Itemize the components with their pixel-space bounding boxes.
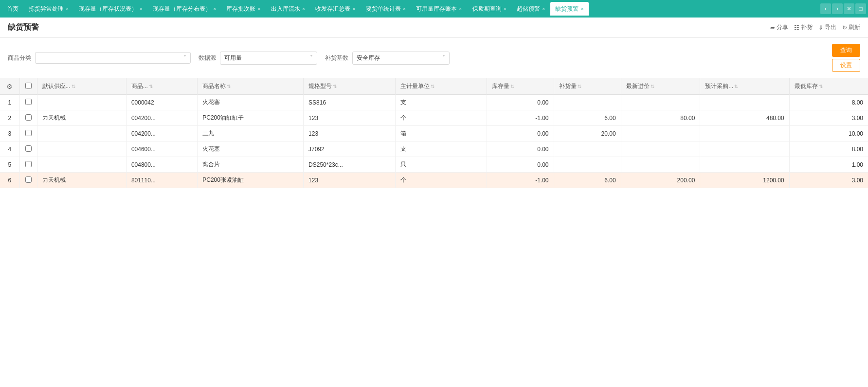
select-all-checkbox[interactable] bbox=[25, 83, 32, 89]
tab-close-icon[interactable]: × bbox=[542, 6, 545, 12]
tab-label: 收发存汇总表 bbox=[315, 5, 350, 13]
th-supplier[interactable]: 默认供应...⇅ bbox=[37, 78, 126, 95]
cell-product_name: PC200张紧油缸 bbox=[198, 173, 304, 188]
row-checkbox[interactable] bbox=[25, 114, 32, 121]
datasource-chevron-icon: ˅ bbox=[310, 54, 313, 61]
th-replenish_qty[interactable]: 补货量⇅ bbox=[554, 78, 621, 95]
row-checkbox[interactable] bbox=[25, 99, 32, 105]
row-checkbox[interactable] bbox=[25, 176, 32, 183]
sort-icon-product_code: ⇅ bbox=[149, 84, 153, 89]
th-product_code[interactable]: 商品...⇅ bbox=[126, 78, 197, 95]
col-label-min_stock: 最低库存 bbox=[795, 82, 818, 90]
tab-maximize-button[interactable]: □ bbox=[855, 3, 866, 14]
th-checkbox bbox=[19, 78, 37, 95]
gear-settings-button[interactable]: ⚙ bbox=[6, 83, 13, 90]
replenish-base-filter-group: 补货基数 安全库存 ˅ bbox=[325, 52, 450, 65]
tab-available-ledger[interactable]: 可用量库存账本× bbox=[411, 2, 467, 16]
cell-product_code: 004200... bbox=[126, 126, 197, 141]
th-est_purchase[interactable]: 预计采购...⇅ bbox=[700, 78, 789, 95]
category-label: 商品分类 bbox=[8, 54, 31, 62]
export-icon: ⇓ bbox=[818, 24, 823, 31]
export-button[interactable]: ⇓ 导出 bbox=[818, 23, 836, 32]
row-checkbox[interactable] bbox=[25, 161, 32, 167]
cell-supplier: 力天机械 bbox=[37, 173, 126, 188]
cell-spec: 123 bbox=[304, 126, 396, 141]
tab-abnormal[interactable]: 拣货异常处理× bbox=[24, 2, 73, 16]
col-label-latest_price: 最新进价 bbox=[626, 82, 650, 90]
tab-close-icon[interactable]: × bbox=[580, 6, 583, 12]
row-number: 4 bbox=[0, 141, 19, 157]
filter-actions: 查询 设置 bbox=[832, 44, 860, 72]
row-checkbox[interactable] bbox=[25, 145, 32, 152]
th-spec[interactable]: 规格型号⇅ bbox=[304, 78, 396, 95]
row-checkbox[interactable] bbox=[25, 130, 32, 136]
cell-replenish_qty bbox=[554, 157, 621, 173]
refresh-button[interactable]: ↻ 刷新 bbox=[842, 23, 860, 32]
share-button[interactable]: ➦ 分享 bbox=[770, 23, 788, 32]
tab-close-icon[interactable]: × bbox=[504, 6, 506, 12]
tab-shortage[interactable]: 缺货预警× bbox=[550, 2, 588, 16]
cell-spec: J7092 bbox=[304, 141, 396, 157]
cell-est_purchase bbox=[700, 126, 789, 141]
col-label-product_code: 商品... bbox=[131, 82, 148, 90]
cell-spec: 123 bbox=[304, 173, 396, 188]
tab-close-icon[interactable]: × bbox=[66, 6, 69, 12]
tab-in-out-flow[interactable]: 出入库流水× bbox=[266, 2, 310, 16]
table-row: 2力天机械004200...PC200油缸缸子123个-1.006.0080.0… bbox=[0, 110, 868, 126]
cell-spec: SS816 bbox=[304, 95, 396, 110]
datasource-select[interactable]: 可用量 ˅ bbox=[220, 52, 317, 65]
cell-supplier bbox=[37, 157, 126, 173]
cell-product_code: 801110... bbox=[126, 173, 197, 188]
tab-order-stats[interactable]: 要货单统计表× bbox=[361, 2, 411, 16]
tab-next-button[interactable]: › bbox=[832, 3, 843, 14]
tab-close-icon[interactable]: × bbox=[213, 6, 216, 12]
tab-label: 超储预警 bbox=[517, 5, 540, 13]
sort-icon-stock: ⇅ bbox=[510, 84, 514, 89]
row-checkbox-cell bbox=[19, 110, 37, 126]
row-number: 6 bbox=[0, 173, 19, 188]
cell-product_code: 0000042 bbox=[126, 95, 197, 110]
category-select[interactable]: ˅ bbox=[35, 52, 191, 64]
tab-inventory-dist[interactable]: 现存量（库存分布表）× bbox=[148, 2, 221, 16]
cell-est_purchase: 1200.00 bbox=[700, 173, 789, 188]
cell-product_code: 004600... bbox=[126, 141, 197, 157]
tab-close-icon[interactable]: × bbox=[352, 6, 355, 12]
tab-batch-account[interactable]: 库存批次账× bbox=[221, 2, 265, 16]
row-checkbox-cell bbox=[19, 141, 37, 157]
tab-close-icon[interactable]: × bbox=[459, 6, 462, 12]
cell-unit: 支 bbox=[396, 95, 487, 110]
cell-stock: 0.00 bbox=[487, 157, 554, 173]
cell-est_purchase bbox=[700, 95, 789, 110]
cell-latest_price bbox=[621, 157, 700, 173]
tab-close-icon[interactable]: × bbox=[403, 6, 406, 12]
row-number: 2 bbox=[0, 110, 19, 126]
datasource-filter-group: 数据源 可用量 ˅ bbox=[199, 52, 317, 65]
tab-home[interactable]: 首页 bbox=[2, 2, 23, 16]
tab-receipt-total[interactable]: 收发存汇总表× bbox=[310, 2, 360, 16]
tab-close-icon[interactable]: × bbox=[139, 6, 142, 12]
replenish-base-select[interactable]: 安全库存 ˅ bbox=[352, 52, 450, 65]
table-container: ⚙默认供应...⇅商品...⇅商品名称⇅规格型号⇅主计量单位⇅库存量⇅补货量⇅最… bbox=[0, 78, 868, 387]
tab-close-button[interactable]: ✕ bbox=[844, 3, 854, 14]
replenish-button[interactable]: ☷ 补货 bbox=[794, 23, 813, 32]
cell-replenish_qty: 20.00 bbox=[554, 126, 621, 141]
tab-close-icon[interactable]: × bbox=[302, 6, 305, 12]
th-min_stock[interactable]: 最低库存⇅ bbox=[789, 78, 868, 95]
settings-button[interactable]: 设置 bbox=[832, 59, 860, 72]
cell-supplier: 力天机械 bbox=[37, 110, 126, 126]
tab-overstock[interactable]: 超储预警× bbox=[512, 2, 550, 16]
sort-icon-supplier: ⇅ bbox=[72, 84, 75, 89]
th-latest_price[interactable]: 最新进价⇅ bbox=[621, 78, 700, 95]
tab-prev-button[interactable]: ‹ bbox=[820, 3, 831, 14]
table-row: 3004200...三九123箱0.0020.0010.00 bbox=[0, 126, 868, 141]
data-table: ⚙默认供应...⇅商品...⇅商品名称⇅规格型号⇅主计量单位⇅库存量⇅补货量⇅最… bbox=[0, 78, 868, 188]
cell-product_name: 离合片 bbox=[198, 157, 304, 173]
tab-close-icon[interactable]: × bbox=[257, 6, 260, 12]
query-button[interactable]: 查询 bbox=[832, 44, 860, 57]
th-unit[interactable]: 主计量单位⇅ bbox=[396, 78, 487, 95]
tab-label: 拣货异常处理 bbox=[29, 5, 64, 13]
th-product_name[interactable]: 商品名称⇅ bbox=[198, 78, 304, 95]
tab-expiry-query[interactable]: 保质期查询× bbox=[468, 2, 511, 16]
tab-inventory-status[interactable]: 现存量（库存状况表）× bbox=[74, 2, 147, 16]
th-stock[interactable]: 库存量⇅ bbox=[487, 78, 554, 95]
